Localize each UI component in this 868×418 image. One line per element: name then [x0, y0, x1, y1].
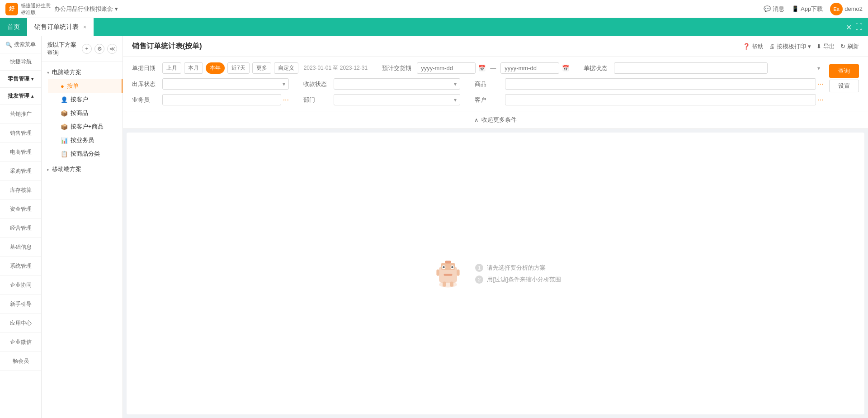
export-icon: ⬇	[816, 43, 821, 50]
sidebar-item-ecommerce[interactable]: 电商管理	[0, 143, 41, 162]
goods-input[interactable]	[505, 78, 816, 90]
tab-maximize-btn[interactable]: ⛶	[855, 23, 863, 31]
customer-input[interactable]	[505, 94, 816, 105]
customer-more-btn[interactable]: ···	[818, 96, 824, 104]
sidebar-item-member[interactable]: 畅会员	[0, 352, 41, 371]
tree-item-by-salesperson[interactable]: 📊 按业务员	[48, 133, 123, 147]
calendar-icon-start[interactable]: 📅	[478, 65, 486, 71]
top-bar-right: 💬 消息 📱 App下载 Ea demo2	[764, 3, 863, 15]
status-label: 单据状态	[584, 64, 609, 72]
sidebar-item-operations[interactable]: 经营管理	[0, 219, 41, 238]
tab-home[interactable]: 首页	[0, 18, 27, 36]
salesperson-input[interactable]	[162, 94, 281, 105]
left-panel: 按以下方案查询 + ⚙ ≪ ▾ 电脑端方案 ● 按单	[42, 36, 123, 418]
by-category-icon: 📋	[61, 151, 68, 157]
logo-text: 畅捷通好生意 标准版	[21, 2, 51, 15]
main-content: 销售订单统计表(按单) ❓ 帮助 🖨 按模板打印 ▾ ⬇ 导出	[123, 36, 868, 418]
delivery-label: 出库状态	[132, 80, 157, 88]
filter-row-3: 业务员 ··· 部门 客户	[132, 94, 824, 105]
expected-date-end[interactable]	[500, 62, 559, 74]
empty-tips: 1 请先选择要分析的方案 2 用[过滤]条件来缩小分析范围	[475, 264, 561, 284]
sidebar-item-enterprise[interactable]: 企业协同	[0, 276, 41, 295]
tree-expand-icon: ▾	[47, 70, 49, 75]
sidebar-item-finance[interactable]: 资金管理	[0, 200, 41, 219]
app-icon: 📱	[792, 5, 799, 12]
sidebar-item-newbie[interactable]: 新手引导	[0, 295, 41, 314]
delivery-select[interactable]	[162, 78, 289, 90]
payment-select[interactable]	[334, 78, 460, 90]
sidebar-item-inventory[interactable]: 库存核算	[0, 181, 41, 200]
tab-minimize-btn[interactable]: ✕	[846, 23, 852, 32]
sidebar-item-wholesale[interactable]: 批发管理 ▴	[0, 88, 41, 105]
top-bar: 好 畅捷通好生意 标准版 办公用品行业模拟账套 ▾ 💬 消息 📱 App下载 E…	[0, 0, 868, 18]
tip-num-1: 1	[475, 264, 483, 272]
user-area[interactable]: Ea demo2	[830, 3, 863, 15]
sidebar-item-wechat[interactable]: 企业微信	[0, 333, 41, 352]
expected-date-group: 📅 — 📅	[417, 62, 569, 74]
sidebar-search[interactable]: 🔍 搜索菜单	[0, 36, 41, 53]
salesperson-more-btn[interactable]: ···	[283, 96, 289, 104]
tree-section-mobile-label: 移动端方案	[52, 165, 81, 173]
tree-section-mobile: ▸ 移动端方案	[42, 162, 123, 176]
tree-item-by-category[interactable]: 📋 按商品分类	[48, 147, 123, 161]
tab-bar: 首页 销售订单统计表 × ✕ ⛶	[0, 18, 868, 36]
tab-active[interactable]: 销售订单统计表 ×	[27, 18, 94, 36]
tab-bar-actions: ✕ ⛶	[846, 23, 868, 32]
top-bar-left: 好 畅捷通好生意 标准版 办公用品行业模拟账套 ▾	[5, 2, 118, 15]
tree-item-by-customer-goods[interactable]: 📦 按客户+商品	[48, 120, 123, 133]
tree-item-by-customer[interactable]: 👤 按客户	[48, 93, 123, 106]
by-order-icon: ●	[61, 83, 64, 90]
expected-date-start[interactable]	[417, 62, 476, 74]
tree-item-by-goods[interactable]: 📦 按商品	[48, 106, 123, 120]
logo-icon: 好	[5, 3, 18, 15]
status-select-wrapper	[614, 62, 824, 74]
app-download-btn[interactable]: 📱 App下载	[792, 5, 823, 13]
sidebar: 🔍 搜索菜单 快捷导航 零售管理 ▾ 批发管理 ▴ 营销推广 销售管理 电商管理…	[0, 36, 42, 418]
main-layout: 🔍 搜索菜单 快捷导航 零售管理 ▾ 批发管理 ▴ 营销推广 销售管理 电商管理…	[0, 36, 868, 418]
refresh-btn[interactable]: ↻ 刷新	[840, 43, 859, 51]
filter-row-2: 出库状态 收款状态	[132, 78, 824, 90]
tree-collapse-icon: ▸	[47, 167, 49, 172]
sidebar-item-marketing[interactable]: 营销推广	[0, 105, 41, 124]
tree-subsection-pc: ● 按单 👤 按客户 📦 按商品 📦 按客	[42, 79, 123, 161]
sidebar-item-sales[interactable]: 销售管理	[0, 124, 41, 143]
date-btn-more[interactable]: 更多	[252, 62, 271, 74]
calendar-icon-end[interactable]: 📅	[562, 65, 569, 71]
by-salesperson-icon: 📊	[61, 137, 68, 144]
collapse-panel-btn[interactable]: ≪	[107, 44, 117, 54]
empty-state: 1 请先选择要分析的方案 2 用[过滤]条件来缩小分析范围	[127, 133, 864, 414]
export-btn[interactable]: ⬇ 导出	[816, 43, 835, 51]
message-btn[interactable]: 💬 消息	[764, 5, 784, 13]
template-print-btn[interactable]: 🖨 按模板打印 ▾	[769, 43, 811, 51]
tree-item-by-order[interactable]: ● 按单	[48, 79, 123, 93]
settings-btn[interactable]: 设置	[829, 80, 859, 92]
sidebar-item-basic[interactable]: 基础信息	[0, 238, 41, 257]
query-btn[interactable]: 查询	[829, 64, 859, 78]
help-btn[interactable]: ❓ 帮助	[743, 43, 764, 51]
sidebar-item-purchase[interactable]: 采购管理	[0, 162, 41, 181]
date-btn-custom[interactable]: 自定义	[274, 62, 298, 74]
collapse-row[interactable]: ∧ 收起更多条件	[123, 111, 868, 129]
settings-scheme-btn[interactable]: ⚙	[94, 44, 104, 54]
tree-section-pc-header[interactable]: ▾ 电脑端方案	[42, 66, 123, 79]
status-select[interactable]	[614, 62, 768, 74]
filter-area: 单据日期 上月 本月 本年 近7天 更多 自定义 2023-01-01 至 20…	[123, 57, 868, 111]
department-select[interactable]	[334, 94, 460, 105]
date-btn-last-month[interactable]: 上月	[162, 62, 181, 74]
date-btn-this-year[interactable]: 本年	[206, 62, 225, 74]
left-panel-tools: + ⚙ ≪	[82, 44, 117, 54]
sidebar-quick-nav[interactable]: 快捷导航	[0, 53, 41, 71]
page-header: 销售订单统计表(按单) ❓ 帮助 🖨 按模板打印 ▾ ⬇ 导出	[123, 36, 868, 57]
date-btn-7days[interactable]: 近7天	[227, 62, 250, 74]
add-scheme-btn[interactable]: +	[82, 44, 92, 54]
sidebar-item-app-center[interactable]: 应用中心	[0, 314, 41, 333]
goods-more-btn[interactable]: ···	[818, 80, 824, 88]
print-icon: 🖨	[769, 43, 775, 50]
date-btn-this-month[interactable]: 本月	[184, 62, 203, 74]
collapse-label: 收起更多条件	[481, 116, 517, 124]
sidebar-item-retail[interactable]: 零售管理 ▾	[0, 71, 41, 88]
tab-close-btn[interactable]: ×	[83, 24, 86, 30]
empty-illustration	[430, 256, 466, 292]
tree-section-mobile-header[interactable]: ▸ 移动端方案	[42, 162, 123, 176]
sidebar-item-system[interactable]: 系统管理	[0, 257, 41, 276]
